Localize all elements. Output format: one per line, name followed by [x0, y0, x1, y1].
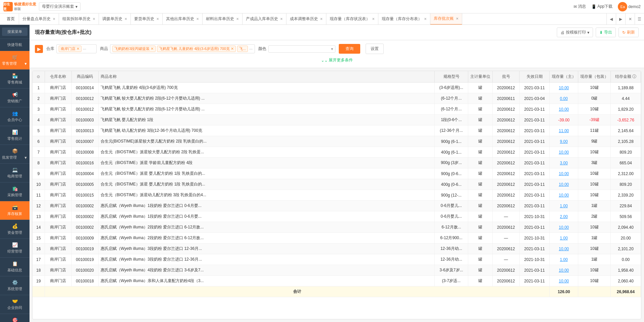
- sidebar: 搜索菜单 快捷导航 🛒 零售管理 ▼ 🏪 零售商城 📢 营销推广 👥 会员中心 …: [0, 25, 30, 322]
- sidebar-item-inventory[interactable]: 🗃️ 库存核算: [0, 201, 30, 220]
- sidebar-item-wholesale[interactable]: 📦 批发管理 ▼: [0, 145, 30, 164]
- app-download-button[interactable]: 📱 App下载: [591, 4, 612, 9]
- export-button[interactable]: ⬇ 导出: [596, 28, 616, 37]
- sidebar-search-section: 搜索菜单: [0, 25, 30, 39]
- product-tag-3[interactable]: 飞...: [237, 46, 248, 52]
- tab-close-icon[interactable]: ✕: [93, 17, 95, 21]
- print-button[interactable]: 🖨 按模板打印 ▾: [557, 28, 593, 37]
- sidebar-item-basic-info[interactable]: 📋 基础信息: [0, 258, 30, 276]
- tab-close-icon[interactable]: ✕: [456, 17, 459, 20]
- sidebar-item-purchase[interactable]: 🛍️ 采购管理: [0, 182, 30, 201]
- tab-chengbentiaozheng[interactable]: 成本调整单历史 ✕: [286, 13, 326, 25]
- cell-stock-main[interactable]: 3.00: [550, 158, 578, 168]
- search-menu-button[interactable]: 搜索菜单: [2, 28, 28, 36]
- store-selector[interactable]: 母婴行业演示账套 ▾: [39, 2, 80, 11]
- tab-chanchengpinruku[interactable]: 产成品入库单历史 ✕: [243, 13, 286, 25]
- cell-stock-main[interactable]: 1.00: [550, 201, 578, 211]
- tab-close-all-button[interactable]: ✕: [625, 13, 635, 25]
- color-filter-tags[interactable]: ▾: [268, 45, 335, 53]
- remove-product-tag-1[interactable]: ✕: [151, 47, 154, 51]
- tab-close-icon[interactable]: ✕: [372, 17, 375, 21]
- sidebar-item-ecommerce[interactable]: 💻 电商管理: [0, 164, 30, 182]
- sidebar-item-members[interactable]: 👥 会员中心: [0, 107, 30, 126]
- refresh-button[interactable]: ↻ 刷新: [619, 28, 639, 37]
- tab-menu-button[interactable]: ☰: [635, 13, 644, 25]
- cell-stock-main[interactable]: 11.00: [550, 125, 578, 136]
- tab-close-icon[interactable]: ✕: [53, 17, 55, 21]
- cell-stock-main[interactable]: 2.00: [550, 211, 578, 222]
- user-menu[interactable]: Ea demo2: [618, 2, 641, 11]
- cell-stock-main[interactable]: 10.00: [550, 179, 578, 190]
- warehouse-filter-tags[interactable]: 南岸门店 ✕ ···: [56, 44, 97, 53]
- tab-close-icon[interactable]: ✕: [320, 17, 323, 21]
- settings-icon[interactable]: ⚙: [37, 74, 40, 79]
- cell-name: 飞鹤星飞帆 儿童奶粉 4段(3-6岁适用) 700克: [98, 83, 435, 93]
- cell-stock-main[interactable]: 1.00: [550, 254, 578, 265]
- tab-close-icon[interactable]: ✕: [236, 17, 239, 21]
- th-unit: 主计量单位: [468, 71, 493, 83]
- cell-stock-main[interactable]: 0.00: [550, 93, 578, 104]
- expand-conditions-button[interactable]: ⌄⌄ 展开更多条件: [321, 57, 353, 63]
- tab-fenliangpandian[interactable]: 分量盘点单历史 ✕: [19, 13, 59, 25]
- setting-button[interactable]: 设置: [366, 44, 384, 54]
- tab-diaobo[interactable]: 调拨单历史 ✕: [99, 13, 131, 25]
- sidebar-item-finance[interactable]: 💰 资金管理: [0, 220, 30, 239]
- cell-stock-main[interactable]: 10.00: [550, 168, 578, 179]
- message-button[interactable]: ✉ 消息: [574, 4, 586, 9]
- tab-close-icon[interactable]: ✕: [196, 17, 199, 21]
- cell-stock-main[interactable]: 9.00: [550, 136, 578, 147]
- tab-next-button[interactable]: ▶: [616, 13, 625, 25]
- sidebar-item-retail[interactable]: 🛒 零售管理 ▼: [0, 51, 30, 70]
- sidebar-item-guide[interactable]: 🎯 新手引导: [0, 314, 30, 322]
- th-stock-pkg: 现存量（包装）: [578, 71, 611, 83]
- tab-close-icon[interactable]: ✕: [424, 17, 427, 21]
- remove-product-tag-2[interactable]: ✕: [231, 47, 234, 51]
- cell-stock-main[interactable]: 10.00: [550, 104, 578, 115]
- remove-warehouse-tag[interactable]: ✕: [76, 47, 79, 51]
- warehouse-tag[interactable]: 南岸门店 ✕: [59, 46, 82, 52]
- filter-nav-button[interactable]: ▶: [35, 45, 43, 53]
- cell-code: 00100019: [71, 254, 98, 265]
- cell-stock-main[interactable]: 10.00: [550, 222, 578, 233]
- tab-close-icon[interactable]: ✕: [156, 17, 159, 21]
- cell-expire: 2021-03-11: [520, 201, 550, 211]
- tab-close-icon[interactable]: ✕: [124, 17, 127, 21]
- tab-xiancunliang-zhuangtai[interactable]: 现存量（库存状况表） ✕: [326, 13, 378, 25]
- cell-balance: 809.20: [611, 179, 641, 190]
- quick-nav-button[interactable]: 快捷导航: [2, 41, 28, 49]
- product-tag-2[interactable]: 飞鹤星飞帆 儿童奶粉 4段(3-6岁适用) 700克 ✕: [157, 46, 236, 52]
- tab-kucunpicizhanag[interactable]: 库存批次账 ✕: [430, 13, 462, 25]
- tab-xiancunliang-fenbiao[interactable]: 现存量（库存分布表） ✕: [378, 13, 430, 25]
- cell-stock-main[interactable]: 10.00: [550, 265, 578, 276]
- cell-stock-main[interactable]: 10.00: [550, 83, 578, 93]
- more-products-button[interactable]: ···: [249, 47, 253, 51]
- sidebar-item-stats[interactable]: 📊 零售统计: [0, 126, 30, 145]
- tab-cailiaochuku[interactable]: 材料出库单历史 ✕: [203, 13, 243, 25]
- tab-zuzhangchaijian[interactable]: 组装拆卸单历史 ✕: [59, 13, 99, 25]
- tab-prev-button[interactable]: ◀: [606, 13, 616, 25]
- query-button[interactable]: 查询: [339, 44, 360, 54]
- cell-code: 00100016: [71, 158, 98, 168]
- product-filter-tags[interactable]: 飞鹤奶粉3段丙罐提装 ✕ 飞鹤星飞帆 儿童奶粉 4段(3-6岁适用) 700克 …: [110, 44, 255, 53]
- sidebar-item-system[interactable]: ⚙️ 系统管理: [0, 276, 30, 295]
- cell-stock-main[interactable]: 10.00: [550, 190, 578, 201]
- logo-icon: 好生意: [3, 2, 13, 11]
- tab-yaohuo[interactable]: 要货单历史 ✕: [131, 13, 163, 25]
- tab-qitachuku[interactable]: 其他出库单历史 ✕: [163, 13, 203, 25]
- sidebar-item-operations[interactable]: 📈 经营管理: [0, 239, 30, 258]
- more-warehouses-button[interactable]: ···: [83, 47, 86, 51]
- cell-stock-main[interactable]: 10.00: [550, 147, 578, 158]
- shop-icon: 🏪: [12, 73, 18, 78]
- tab-close-icon[interactable]: ✕: [280, 17, 283, 21]
- sidebar-item-shop[interactable]: 🏪 零售商城: [0, 70, 30, 89]
- sidebar-item-collab[interactable]: 🤝 企业协同: [0, 295, 30, 314]
- basic-info-icon: 📋: [12, 261, 18, 266]
- cell-stock-main[interactable]: 10.00: [550, 276, 578, 286]
- cell-balance: 20.00: [611, 233, 641, 244]
- tab-home[interactable]: 首页: [3, 13, 19, 25]
- sidebar-item-marketing[interactable]: 📢 营销推广: [0, 89, 30, 107]
- product-tag-1[interactable]: 飞鹤奶粉3段丙罐提装 ✕: [112, 46, 156, 52]
- cell-warehouse: 南岸门店: [45, 211, 71, 222]
- cell-stock-main[interactable]: 10.00: [550, 244, 578, 254]
- cell-stock-main[interactable]: 1.00: [550, 233, 578, 244]
